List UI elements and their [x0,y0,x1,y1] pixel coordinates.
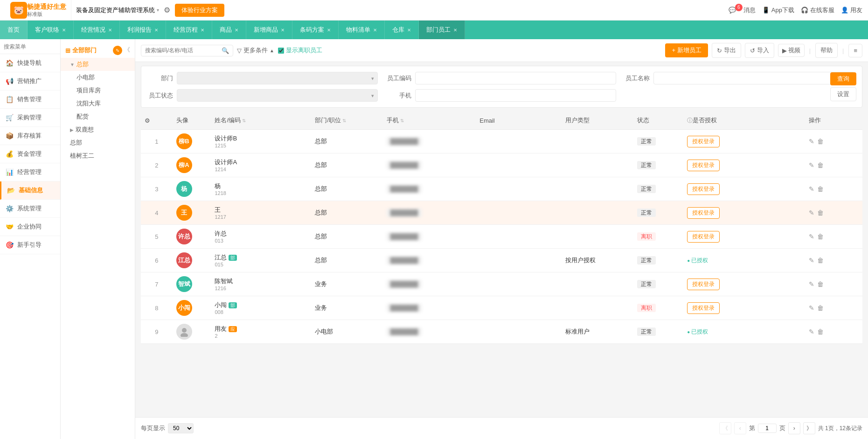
sidebar-item-guide[interactable]: 🎯 新手引导 [0,236,60,254]
per-page-select[interactable]: 50 10 20 100 [168,423,194,433]
edit-button[interactable]: ✎ [809,161,814,169]
dept-tree-item-zhishu[interactable]: 植树王二 [61,149,135,162]
app-download-button[interactable]: 📱 App下载 [762,6,794,14]
close-icon[interactable]: ✕ [62,28,66,33]
settings-icon[interactable]: ⚙ [164,6,170,14]
close-icon[interactable]: ✕ [201,28,204,33]
query-button[interactable]: 查询 [830,72,856,85]
edit-button[interactable]: ✎ [809,138,814,145]
sidebar-item-mgmt[interactable]: 📊 经营管理 [0,163,60,181]
sidebar-item-marketing[interactable]: 📢 营销推广 [0,72,60,91]
auth-login-button[interactable]: 授权登录 [687,183,720,195]
nav-item-add-goods[interactable]: 新增商品 ✕ [246,21,292,39]
system-title-dropdown-icon[interactable]: ▾ [157,7,159,13]
close-icon[interactable]: ✕ [327,28,331,33]
close-icon[interactable]: ✕ [108,28,112,33]
dept-tree-item-project[interactable]: 项目库房 [67,84,135,97]
delete-button[interactable]: 🗑 [817,185,824,193]
delete-button[interactable]: 🗑 [817,233,824,240]
close-icon[interactable]: ✕ [154,28,158,33]
export-button[interactable]: ↻ 导出 [712,43,741,58]
dept-tree-item-shuanglu[interactable]: ▶ 双鹿想 [61,123,135,136]
emp-name-input[interactable] [653,72,854,84]
user-avatar[interactable]: 👤 用友 [841,6,862,14]
dept-tree-item-shenyang[interactable]: 沈阳大库 [67,97,135,110]
dept-tree-item-xiao-dian[interactable]: 小电部 [67,71,135,84]
auth-login-button[interactable]: 授权登录 [687,302,720,314]
nav-item-warehouse[interactable]: 仓库 ✕ [385,21,419,39]
sidebar-item-basic-info[interactable]: 📂 基础信息 [0,181,60,200]
last-page-button[interactable]: 》 [803,422,815,434]
add-employee-button[interactable]: + 新增员工 [665,43,708,57]
th-name[interactable]: 姓名/编码 ⇅ [211,111,311,130]
import-button[interactable]: ↺ 导入 [745,43,774,58]
edit-button[interactable]: ✎ [809,328,814,335]
edit-button[interactable]: ✎ [809,233,814,240]
auth-login-button[interactable]: 授权登录 [687,279,720,290]
phone-input[interactable] [415,89,616,102]
sidebar-item-purchase[interactable]: 🛒 采购管理 [0,109,60,127]
edit-button[interactable]: ✎ [809,185,814,193]
page-number-input[interactable] [758,424,777,433]
help-button[interactable]: 帮助 [815,43,838,58]
sidebar-search-input[interactable] [4,43,61,50]
dept-tree-item-headquarters[interactable]: ▼ 总部 [61,58,135,71]
view-button[interactable]: ▶ 视频 [778,44,805,57]
delete-button[interactable]: 🗑 [817,328,824,335]
sidebar-item-finance[interactable]: 💰 资金管理 [0,145,60,163]
dept-tree-edit-icon[interactable]: ✎ [113,46,122,55]
nav-item-customer[interactable]: 客户联络 ✕ [28,21,74,39]
delete-button[interactable]: 🗑 [817,138,824,145]
online-service-button[interactable]: 🎧 在线客服 [801,6,834,14]
nav-item-history[interactable]: 经营历程 ✕ [166,21,212,39]
delete-button[interactable]: 🗑 [817,304,824,312]
nav-item-profit[interactable]: 利润报告 ✕ [120,21,166,39]
dept-tree-collapse-icon[interactable]: 《 [124,46,130,55]
close-icon[interactable]: ✕ [373,28,377,33]
trial-button[interactable]: 体验行业方案 [175,4,224,17]
nav-item-barcode[interactable]: 条码方案 ✕ [292,21,339,39]
delete-button[interactable]: 🗑 [817,209,824,216]
nav-item-home[interactable]: 首页 [0,21,28,39]
nav-item-bom[interactable]: 物料清单 ✕ [339,21,385,39]
more-filter-button[interactable]: ▽ 更多条件 ▲ [237,46,274,55]
auth-login-button[interactable]: 授权登录 [687,160,720,171]
edit-button[interactable]: ✎ [809,257,814,264]
prev-page-button[interactable]: ‹ [734,422,746,434]
close-icon[interactable]: ✕ [281,28,285,33]
dept-tree-item-zongbu[interactable]: 总部 [61,136,135,149]
edit-columns-button[interactable]: ≡ [848,44,862,57]
nav-item-dept-staff[interactable]: 部门员工 ✕ [419,21,465,39]
th-dept[interactable]: 部门/职位 ⇅ [311,111,382,130]
emp-status-select[interactable] [177,89,378,102]
dept-select[interactable] [177,72,378,84]
delete-button[interactable]: 🗑 [817,257,824,264]
close-icon[interactable]: ✕ [453,28,457,33]
emp-code-input[interactable] [415,72,616,84]
reset-button[interactable]: 设置 [830,87,856,101]
show-resigned-checkbox[interactable]: 显示离职员工 [278,46,322,55]
dept-tree-item-delivery[interactable]: 配货 [67,110,135,123]
auth-login-button[interactable]: 授权登录 [687,207,720,219]
search-input[interactable] [145,47,220,54]
nav-item-operation[interactable]: 经营情况 ✕ [74,21,120,39]
search-icon[interactable]: 🔍 [222,47,229,54]
auth-login-button[interactable]: 授权登录 [687,231,720,243]
message-button[interactable]: 💬 6 消息 [729,6,756,14]
delete-button[interactable]: 🗑 [817,161,824,169]
close-icon[interactable]: ✕ [407,28,411,33]
dept-tree-header-label[interactable]: ⊞ 全部部门 [65,46,97,55]
nav-item-goods[interactable]: 商品 ✕ [212,21,246,39]
auth-login-button[interactable]: 授权登录 [687,136,720,147]
edit-button[interactable]: ✎ [809,280,814,288]
show-resigned-check[interactable] [278,48,284,54]
edit-button[interactable]: ✎ [809,304,814,312]
edit-button[interactable]: ✎ [809,209,814,216]
close-icon[interactable]: ✕ [235,28,238,33]
sidebar-item-system[interactable]: ⚙️ 系统管理 [0,200,60,218]
settings-col-icon[interactable]: ⚙ [145,117,150,124]
sidebar-item-collab[interactable]: 🤝 企业协同 [0,218,60,236]
next-page-button[interactable]: › [788,422,800,434]
sidebar-item-sales[interactable]: 📋 销售管理 [0,91,60,109]
first-page-button[interactable]: 《 [719,422,731,434]
